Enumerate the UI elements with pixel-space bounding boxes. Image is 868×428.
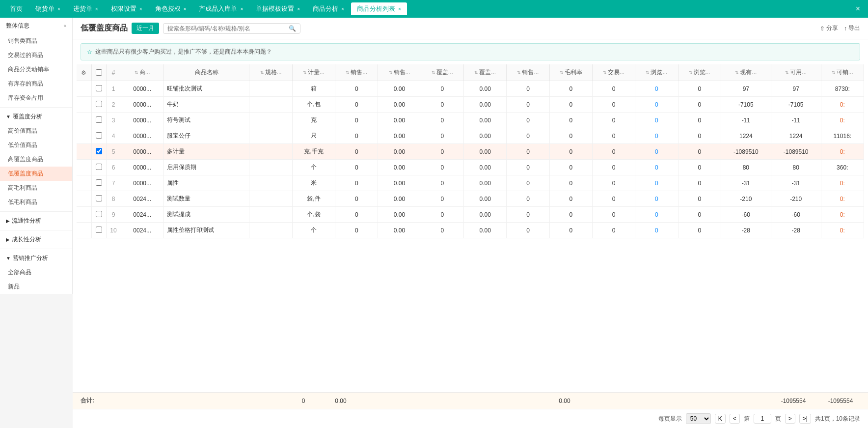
- sidebar-item-stock-capital[interactable]: 库存资金占用: [0, 91, 72, 105]
- share-button[interactable]: ⇧ 分享: [820, 24, 838, 32]
- th-code[interactable]: ⇅商...: [121, 64, 163, 81]
- sidebar-item-category-sales-rate[interactable]: 商品分类动销率: [0, 62, 72, 77]
- sidebar-item-high-margin[interactable]: 高毛利商品: [0, 181, 72, 195]
- cell-checkbox[interactable]: [91, 175, 106, 191]
- time-filter-button[interactable]: 近一月: [132, 23, 159, 34]
- sidebar-marketing-header[interactable]: ▼ 营销推广分析: [0, 251, 72, 265]
- window-close-button[interactable]: ×: [852, 4, 864, 13]
- cell-browse1[interactable]: 0: [635, 144, 678, 160]
- th-sales-amt[interactable]: ⇅销售...: [378, 64, 421, 81]
- nav-purchase-order[interactable]: 进货单 ×: [67, 2, 104, 15]
- sidebar-coverage-header[interactable]: ▼ 覆盖度分析: [0, 110, 72, 124]
- cell-checkbox[interactable]: [91, 160, 106, 175]
- th-available-stock[interactable]: ⇅可用...: [771, 64, 821, 81]
- nav-role-auth[interactable]: 角色授权 ×: [149, 2, 192, 15]
- close-icon[interactable]: ×: [398, 6, 401, 12]
- row-checkbox[interactable]: [96, 85, 102, 91]
- th-spec[interactable]: ⇅规格...: [249, 64, 292, 81]
- sidebar-item-high-value[interactable]: 高价值商品: [0, 124, 72, 138]
- cell-checkbox[interactable]: [91, 113, 106, 128]
- close-icon[interactable]: ×: [57, 6, 60, 12]
- th-coverage1[interactable]: ⇅覆盖...: [421, 64, 463, 81]
- cell-checkbox[interactable]: [91, 97, 106, 113]
- row-checkbox[interactable]: [96, 132, 102, 139]
- page-number-input[interactable]: [754, 414, 771, 424]
- close-icon[interactable]: ×: [95, 6, 98, 12]
- nav-product-analysis-list[interactable]: 商品分析列表 ×: [351, 2, 407, 15]
- row-checkbox[interactable]: [96, 227, 102, 233]
- th-gross-margin[interactable]: ⇅毛利率: [549, 64, 592, 81]
- page-size-select[interactable]: 50 10 20 100: [686, 413, 711, 424]
- close-icon[interactable]: ×: [297, 6, 300, 12]
- cell-browse1[interactable]: 0: [635, 97, 678, 113]
- table-container[interactable]: ⚙ # ⇅商... 商品名称 ⇅规格... ⇅计量... ⇅销售... ⇅销售.…: [77, 64, 864, 392]
- sidebar-item-low-value[interactable]: 低价值商品: [0, 138, 72, 152]
- first-page-button[interactable]: K: [715, 414, 726, 424]
- cell-browse1[interactable]: 0: [635, 81, 678, 97]
- sidebar-growth-header[interactable]: ▶ 成长性分析: [0, 232, 72, 247]
- sidebar-item-traded-goods[interactable]: 交易过的商品: [0, 48, 72, 62]
- cell-checkbox[interactable]: [91, 81, 106, 97]
- nav-sales-order[interactable]: 销货单 ×: [29, 2, 66, 15]
- cell-browse1[interactable]: 0: [635, 113, 678, 128]
- sidebar-item-sales-goods[interactable]: 销售类商品: [0, 34, 72, 48]
- nav-home[interactable]: 首页: [4, 2, 28, 15]
- cell-browse1[interactable]: 0: [635, 207, 678, 223]
- th-sellable[interactable]: ⇅可销...: [821, 64, 864, 81]
- select-all-checkbox[interactable]: [96, 69, 102, 76]
- row-checkbox[interactable]: [96, 211, 102, 217]
- th-sales-qty[interactable]: ⇅销售...: [335, 64, 378, 81]
- th-transaction[interactable]: ⇅交易...: [592, 64, 635, 81]
- th-coverage2[interactable]: ⇅覆盖...: [464, 64, 507, 81]
- nav-template-settings[interactable]: 单据模板设置 ×: [250, 2, 306, 15]
- cell-browse1[interactable]: 0: [635, 191, 678, 207]
- sidebar-item-low-coverage[interactable]: 低覆盖度商品: [0, 167, 72, 181]
- cell-checkbox[interactable]: [91, 223, 106, 238]
- cell-browse1[interactable]: 0: [635, 160, 678, 175]
- sidebar-item-high-coverage[interactable]: 高覆盖度商品: [0, 152, 72, 167]
- row-checkbox[interactable]: [96, 148, 102, 154]
- cell-browse1[interactable]: 0: [635, 223, 678, 238]
- prev-page-button[interactable]: <: [730, 414, 740, 424]
- cell-sales-ratio: 0: [507, 207, 549, 223]
- cell-transaction: 0: [592, 223, 635, 238]
- row-checkbox[interactable]: [96, 116, 102, 123]
- row-checkbox[interactable]: [96, 101, 102, 107]
- nav-permission-settings[interactable]: 权限设置 ×: [105, 2, 148, 15]
- search-box[interactable]: 🔍: [163, 23, 300, 34]
- cell-browse1[interactable]: 0: [635, 175, 678, 191]
- th-browse2[interactable]: ⇅浏览...: [678, 64, 721, 81]
- sidebar-flow-header[interactable]: ▶ 流通性分析: [0, 214, 72, 228]
- th-sales-ratio[interactable]: ⇅销售...: [507, 64, 549, 81]
- sidebar-item-low-margin[interactable]: 低毛利商品: [0, 195, 72, 209]
- cell-checkbox[interactable]: [91, 207, 106, 223]
- cell-sales-ratio: 0: [507, 223, 549, 238]
- close-icon[interactable]: ×: [341, 6, 344, 12]
- next-page-button[interactable]: >: [785, 414, 795, 424]
- close-icon[interactable]: ×: [139, 6, 142, 12]
- sidebar-item-all-goods[interactable]: 全部商品: [0, 265, 72, 280]
- last-page-button[interactable]: >|: [799, 414, 811, 424]
- sidebar-overall-header[interactable]: 整体信息 «: [0, 18, 72, 34]
- row-checkbox[interactable]: [96, 195, 102, 201]
- close-icon[interactable]: ×: [184, 6, 187, 12]
- sidebar-item-stocked-goods[interactable]: 有库存的商品: [0, 77, 72, 91]
- th-current-stock[interactable]: ⇅现有...: [721, 64, 771, 81]
- sidebar-item-new-goods[interactable]: 新品: [0, 280, 72, 294]
- nav-product-analysis[interactable]: 商品分析 ×: [307, 2, 350, 15]
- row-checkbox[interactable]: [96, 164, 102, 170]
- row-checkbox[interactable]: [96, 179, 102, 186]
- nav-product-entry[interactable]: 产成品入库单 ×: [193, 2, 249, 15]
- close-icon[interactable]: ×: [240, 6, 243, 12]
- th-unit[interactable]: ⇅计量...: [292, 64, 335, 81]
- cell-browse1[interactable]: 0: [635, 128, 678, 144]
- search-input[interactable]: [167, 25, 287, 32]
- export-button[interactable]: ↑ 导出: [844, 24, 860, 32]
- th-name[interactable]: 商品名称: [163, 64, 249, 81]
- th-checkbox[interactable]: [91, 64, 106, 81]
- cell-checkbox[interactable]: [91, 191, 106, 207]
- th-gear[interactable]: ⚙: [77, 64, 91, 81]
- cell-checkbox[interactable]: [91, 144, 106, 160]
- th-browse1[interactable]: ⇅浏览...: [635, 64, 678, 81]
- cell-checkbox[interactable]: [91, 128, 106, 144]
